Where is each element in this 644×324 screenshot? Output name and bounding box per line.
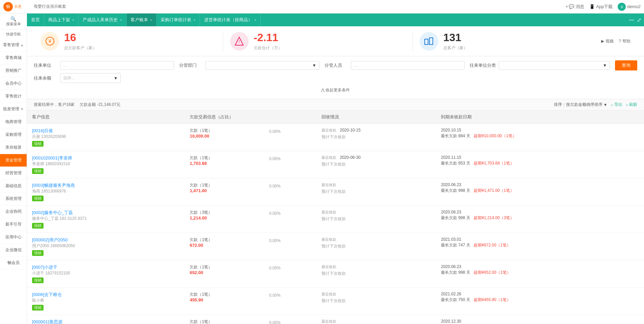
col-customer-info: 客户信息 bbox=[27, 111, 185, 124]
table-container: 客户信息 欠款交易信息（占比） 回收情况 到期未收款日期 [0016]吕俊 吕俊… bbox=[27, 111, 644, 324]
overdue-link-6[interactable]: 超期¥455.90（1笔） bbox=[474, 297, 511, 302]
tab-purchase-stats[interactable]: 进货单统计表（按商品） × bbox=[200, 13, 261, 26]
customer-name-4[interactable]: [000002]用户2050 bbox=[32, 237, 179, 243]
sidebar-item-basic[interactable]: 基础信息 bbox=[0, 180, 27, 193]
tab-close-purchase-stats[interactable]: × bbox=[254, 18, 256, 22]
sidebar-item-retail-mall[interactable]: 零售商城 bbox=[0, 52, 27, 64]
sidebar-item-wechat[interactable]: 企业微信 bbox=[0, 244, 27, 257]
tab-customer-account[interactable]: 客户账本 × bbox=[127, 13, 157, 26]
customer-name-3[interactable]: [0002]服务中心_丁磊 bbox=[32, 210, 179, 216]
filter-area: 往来单位 ... 分管部门 ▼ 分管人员 bbox=[27, 56, 644, 99]
tab-close-customer-account[interactable]: × bbox=[150, 18, 152, 22]
cell-overdue-type-6: 欠款（1笔） 455.90 bbox=[185, 288, 264, 315]
collapse-bar[interactable]: ⋀ 收起更多条件 bbox=[34, 86, 637, 95]
overdue-amount-label: 欠款合计（万） bbox=[254, 45, 282, 51]
sidebar-item-retail-stats[interactable]: 零售统计 bbox=[0, 90, 27, 103]
sort-label: 排序：按欠款金额倒序排序 bbox=[554, 102, 603, 108]
sidebar-item-retail-mgmt[interactable]: 零售管理 ▲ bbox=[0, 39, 27, 52]
overdue-amount-5[interactable]: 652.00 bbox=[190, 270, 259, 275]
sidebar-item-inventory[interactable]: 库存核算 bbox=[0, 141, 27, 154]
overdue-link-5[interactable]: 超期¥652.00（1笔） bbox=[474, 270, 511, 275]
customer-name-7[interactable]: [000001]黄思源 bbox=[32, 319, 179, 324]
overdue-amount-6[interactable]: 455.90 bbox=[190, 297, 259, 302]
customer-name-0[interactable]: [0016]吕俊 bbox=[32, 128, 179, 134]
tab-close-purchase-order[interactable]: × bbox=[193, 18, 195, 22]
cell-customer-info-3: [0002]服务中心_丁磊 服务中心_丁磊 181 0125 8371 现销 bbox=[27, 206, 185, 233]
sidebar-item-app-center[interactable]: 应用中心 bbox=[0, 231, 27, 244]
tab-product-history[interactable]: 产成品入库单历史 × bbox=[79, 13, 126, 26]
tab-maximize-btn[interactable]: ⤢ bbox=[637, 17, 641, 23]
dept-select[interactable]: ▼ bbox=[205, 61, 319, 70]
tab-bar: 首页 商品上下架 × 产成品入库单历史 × 客户账本 × 采购订单统计表 × 进… bbox=[27, 13, 644, 26]
sidebar-item-member[interactable]: 会员中心 bbox=[0, 77, 27, 90]
help-btn[interactable]: ? 帮助 bbox=[619, 38, 631, 44]
overdue-amount-3[interactable]: 1,214.00 bbox=[190, 215, 259, 220]
person-input[interactable]: ... bbox=[351, 61, 465, 70]
sidebar-item-enterprise[interactable]: 企业协同 bbox=[0, 205, 27, 218]
sidebar-item-guide[interactable]: 新手引导 bbox=[0, 218, 27, 231]
overdue-type-0: 欠款（1笔） bbox=[190, 128, 259, 134]
tab-purchase-order[interactable]: 采购订单统计表 × bbox=[157, 13, 200, 26]
customer-name-6[interactable]: [0006]去下粮仓 bbox=[32, 292, 179, 298]
overdue-amount-0[interactable]: 10,000.00 bbox=[190, 134, 259, 139]
tab-close-product-history[interactable]: × bbox=[120, 18, 122, 22]
balance-select[interactable]: 选择... ▼ bbox=[60, 73, 121, 83]
sidebar-item-member-plus[interactable]: 畅会员 bbox=[0, 257, 27, 269]
sidebar-item-purchase[interactable]: 采购管理 bbox=[0, 128, 27, 141]
sort-btn[interactable]: 排序：按欠款金额倒序排序 ▼ bbox=[554, 102, 608, 108]
from-unit-input[interactable]: ... bbox=[60, 61, 174, 70]
balance-value: 选择... bbox=[63, 75, 75, 81]
tab-minimize-btn[interactable]: — bbox=[629, 17, 634, 23]
overdue-amount-4[interactable]: 672.00 bbox=[190, 243, 259, 248]
sidebar-item-system[interactable]: 系统管理 bbox=[0, 193, 27, 205]
export-btn[interactable]: ○ 导出 bbox=[611, 102, 622, 108]
video-icon: ▶ bbox=[601, 39, 604, 43]
overdue-link-4[interactable]: 超期¥672.00（1笔） bbox=[474, 243, 511, 247]
tab-close-product-shelf[interactable]: × bbox=[72, 18, 74, 22]
unit-type-select[interactable]: ▼ bbox=[499, 61, 610, 70]
app-download-btn[interactable]: 📱 App下载 bbox=[589, 4, 613, 10]
overdue-link-0[interactable]: 超期¥10,000.00（1笔） bbox=[474, 134, 516, 138]
sidebar-item-ops[interactable]: 经营管理 bbox=[0, 167, 27, 180]
sidebar-search[interactable]: 🔍 搜索菜单 bbox=[0, 13, 27, 30]
overdue-customers-label: 总欠款客户（家） bbox=[64, 45, 96, 51]
cell-customer-info-2: [0003]畅捷服务尹海燕 海燕 18513066976 现销 bbox=[27, 178, 185, 206]
customer-tag-6: 现销 bbox=[32, 305, 44, 311]
filter-unit-type: 往来单位分类 ▼ bbox=[470, 61, 610, 70]
recent-label-5: 最近收款 bbox=[321, 264, 336, 269]
cell-pct-4: 0.00% bbox=[264, 233, 317, 260]
overdue-link-1[interactable]: 超期¥1,703.68（1笔） bbox=[474, 161, 514, 166]
cell-pct-5: 0.00% bbox=[264, 260, 317, 288]
tab-home[interactable]: 首页 bbox=[27, 13, 44, 26]
overdue-link-2[interactable]: 超期¥1,471.00（1笔） bbox=[474, 188, 514, 193]
refresh-btn[interactable]: ○ 刷新 bbox=[626, 102, 637, 108]
content-area: 首页 商品上下架 × 产成品入库单历史 × 客户账本 × 采购订单统计表 × 进… bbox=[27, 13, 644, 324]
sidebar-item-capital[interactable]: 资金管理 bbox=[0, 154, 27, 167]
overdue-amount-1[interactable]: 1,703.68 bbox=[190, 161, 259, 166]
customer-name-2[interactable]: [0003]畅捷服务尹海燕 bbox=[32, 182, 179, 188]
cell-pct-1: 0.00% bbox=[264, 151, 317, 178]
sidebar-item-marketing[interactable]: 营销推广 bbox=[0, 64, 27, 77]
filter-from-unit: 往来单位 ... bbox=[34, 61, 174, 70]
balance-label: 往来余额 bbox=[34, 75, 57, 81]
cell-due-date-0: 2020.10.15 最长欠款 884 天 超期¥10,000.00（1笔） bbox=[436, 124, 644, 151]
stat-total-customers: 131 总客户（家） ▶ 视频 ? 帮助 bbox=[413, 31, 637, 51]
sidebar-quick-nav[interactable]: 快捷导航 bbox=[0, 30, 27, 39]
user-avatar[interactable]: d demo2 bbox=[618, 3, 641, 11]
customer-phone-2: 海燕 18513066976 bbox=[32, 188, 179, 194]
cell-due-date-3: 2020.06.23 最长欠款 998 天 超期¥1,214.00（3笔） bbox=[436, 206, 644, 233]
overdue-amount-2[interactable]: 1,471.00 bbox=[190, 188, 259, 193]
cell-recovery-6: 最近收款 预计下次收款 bbox=[316, 288, 436, 315]
main-layout: 🔍 搜索菜单 快捷导航 零售管理 ▲ 零售商城 营销推广 会员中心 零售统计 批… bbox=[0, 13, 644, 324]
expand-icon[interactable]: ▼ bbox=[565, 4, 569, 9]
customer-name-5[interactable]: [0007]小进干 bbox=[32, 264, 179, 270]
sidebar-item-ecom[interactable]: 电商管理 bbox=[0, 116, 27, 128]
video-btn[interactable]: ▶ 视频 bbox=[601, 38, 614, 44]
tab-product-shelf[interactable]: 商品上下架 × bbox=[44, 13, 79, 26]
search-btn[interactable]: 查询 bbox=[615, 60, 637, 70]
customer-name-1[interactable]: [0001020001]李老师 bbox=[32, 155, 179, 161]
message-btn[interactable]: 💬 消息 bbox=[569, 4, 584, 10]
company-selector[interactable]: 母婴行业演示账套 bbox=[34, 4, 565, 9]
overdue-link-3[interactable]: 超期¥1,214.00（3笔） bbox=[474, 215, 514, 220]
sidebar-item-batch-mgmt[interactable]: 批发管理 ▼ bbox=[0, 103, 27, 116]
